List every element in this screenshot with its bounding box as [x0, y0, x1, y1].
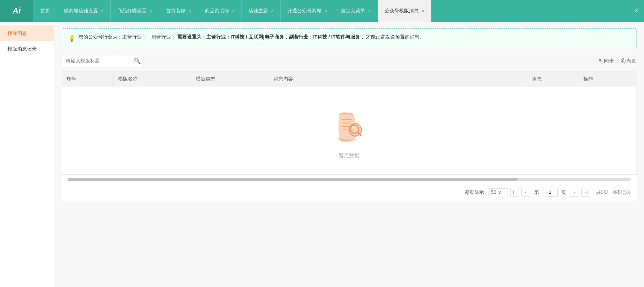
sync-icon: ↻ [599, 58, 603, 64]
tab-product-category[interactable]: 商品分类设置× [111, 0, 159, 22]
tab-close-button[interactable]: × [101, 8, 104, 13]
app-logo: Ai [0, 0, 34, 22]
empty-illustration [329, 105, 370, 146]
tab-close-button[interactable]: × [422, 8, 424, 13]
svg-point-8 [352, 126, 354, 128]
tab-label: 开通公众号商城 [287, 7, 321, 14]
tab-label: 公众号模版消息 [385, 7, 419, 14]
tab-label: 商品分类设置 [117, 7, 147, 14]
notice-text: 您的公众号行业为：主营行业：，副营行业： 需要设置为：主营行业：IT科技 / 互… [78, 33, 424, 41]
page-number-input[interactable] [543, 188, 558, 197]
first-page-button[interactable]: ⊢ [510, 188, 519, 197]
tab-close-button[interactable]: × [368, 8, 371, 13]
pagination: 每页显示 50 ∨ ⊢ ‹ 第 页 › ⊣ 共0页，0条记录 [62, 184, 637, 201]
tab-close-button[interactable]: × [324, 8, 327, 13]
search-button[interactable]: 🔍 [134, 58, 141, 64]
last-page-button[interactable]: ⊣ [581, 188, 590, 197]
tab-close-button[interactable]: × [188, 8, 191, 13]
tab-product-decor[interactable]: 商品页装修× [198, 0, 242, 22]
search-input[interactable] [62, 55, 144, 67]
tab-close-button[interactable]: × [150, 8, 152, 13]
notice-icon: 💡 [68, 34, 76, 43]
tab-label: 自定义菜单 [341, 7, 365, 14]
main-layout: 模版消息模版消息记录 💡 您的公众号行业为：主营行业：，副营行业： 需要设置为：… [0, 22, 644, 287]
help-icon: ⓪ [621, 58, 626, 64]
search-row: 🔍 ↻ 同步 | ⓪ 帮助 [62, 55, 637, 67]
sync-button[interactable]: ↻ 同步 [599, 58, 614, 64]
scrollbar-thumb [68, 178, 518, 181]
tab-label: 店铺主题 [249, 7, 268, 14]
sidebar-item-template-msg[interactable]: 模版消息 [0, 25, 54, 41]
total-label: 共0页，0条记录 [596, 189, 631, 196]
sidebar: 模版消息模版消息记录 [0, 22, 54, 287]
toolbar-divider: | [617, 58, 618, 64]
help-button[interactable]: ⓪ 帮助 [621, 58, 637, 64]
tab-label: 首页装修 [166, 7, 185, 14]
top-nav: Ai 首页微商城店铺设置×商品分类设置×首页装修×商品页装修×店铺主题×开通公众… [0, 0, 644, 22]
table-col-status: 状态 [527, 71, 579, 86]
tab-label: 微商城店铺设置 [64, 7, 98, 14]
tab-shop-theme[interactable]: 店铺主题× [242, 0, 281, 22]
tab-close-button[interactable]: × [271, 8, 274, 13]
scrollbar-row [62, 174, 637, 184]
content-area: 💡 您的公众号行业为：主营行业：，副营行业： 需要设置为：主营行业：IT科技 /… [54, 22, 644, 287]
toolbar-right: ↻ 同步 | ⓪ 帮助 [599, 58, 637, 64]
data-table: 序号模版名称模版类型消息内容状态操作 [62, 71, 637, 174]
table-col-type: 模版类型 [191, 71, 269, 86]
page-label-1: 第 [534, 189, 539, 196]
table-col-action: 操作 [579, 71, 637, 86]
tab-custom-menu[interactable]: 自定义菜单× [334, 0, 378, 22]
search-input-wrap: 🔍 [62, 55, 144, 67]
chevron-down-icon: ∨ [498, 189, 502, 195]
page-size-label: 每页显示 [465, 189, 484, 196]
table-col-content: 消息内容 [269, 71, 527, 86]
tab-open-mall[interactable]: 开通公众号商城× [281, 0, 334, 22]
empty-state: 暂无数据 [62, 86, 636, 174]
tab-close-button[interactable]: × [232, 8, 235, 13]
tab-home-decor[interactable]: 首页装修× [159, 0, 198, 22]
horizontal-scrollbar[interactable] [68, 178, 631, 181]
next-page-button[interactable]: › [570, 188, 579, 197]
tab-template-msg[interactable]: 公众号模版消息× [378, 0, 431, 22]
tab-label: 首页 [40, 7, 50, 14]
empty-text: 暂无数据 [339, 152, 360, 159]
prev-page-button[interactable]: ‹ [521, 188, 530, 197]
notice-banner: 💡 您的公众号行业为：主营行业：，副营行业： 需要设置为：主营行业：IT科技 /… [62, 28, 637, 48]
global-close-button[interactable]: × [629, 7, 644, 14]
sidebar-item-template-log[interactable]: 模版消息记录 [0, 41, 54, 57]
page-label-2: 页 [561, 189, 566, 196]
tab-label: 商品页装修 [205, 7, 229, 14]
table-col-seq: 序号 [62, 71, 114, 86]
tab-home[interactable]: 首页 [34, 0, 57, 22]
tab-micro-shop[interactable]: 微商城店铺设置× [57, 0, 111, 22]
page-size-select[interactable]: 50 ∨ [489, 188, 508, 196]
table-col-name: 模版名称 [113, 71, 191, 86]
